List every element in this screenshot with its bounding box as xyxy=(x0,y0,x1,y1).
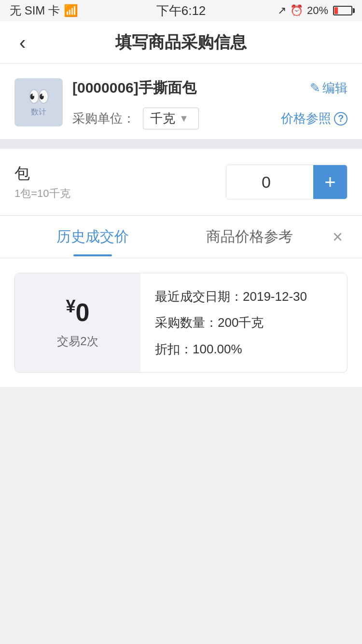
quantity-row: 包 1包=10千克 + xyxy=(0,149,362,215)
battery-fill xyxy=(334,7,338,14)
product-info: [0000006]手撕面包 ✎ 编辑 采购单位： 千克 ▼ 价格参照 ? xyxy=(72,78,348,129)
history-discount-row: 折扣：100.00% xyxy=(155,340,333,358)
product-logo: 👀 数计 xyxy=(14,78,63,126)
edit-icon: ✎ xyxy=(310,81,320,96)
product-name: [0000006]手撕面包 xyxy=(72,78,196,98)
edit-button[interactable]: ✎ 编辑 xyxy=(310,80,348,97)
bottom-panel: 历史成交价 商品价格参考 × ¥0 交易2次 最近成交日期：2019-12-30… xyxy=(0,215,362,387)
quantity-input-group: + xyxy=(226,165,348,199)
history-qty-row: 采购数量：200千克 xyxy=(155,314,333,331)
logo-text: 数计 xyxy=(31,107,46,117)
purchase-unit-left: 采购单位： 千克 ▼ xyxy=(72,108,199,129)
history-content: ¥0 交易2次 最近成交日期：2019-12-30 采购数量：200千克 折扣：… xyxy=(0,258,362,387)
alarm-icon: ⏰ xyxy=(290,4,303,17)
date-value: 2019-12-30 xyxy=(243,289,307,304)
history-price: ¥0 xyxy=(66,296,90,327)
history-card-left: ¥0 交易2次 xyxy=(15,273,140,372)
product-name-row: [0000006]手撕面包 ✎ 编辑 xyxy=(72,78,348,98)
tab-active-underline xyxy=(73,254,112,256)
purchase-unit-row: 采购单位： 千克 ▼ 价格参照 ? xyxy=(72,108,348,129)
qty-unit-label: 包 xyxy=(14,163,70,184)
date-label: 最近成交日期： xyxy=(155,289,243,304)
status-right: ↗ ⏰ 20% xyxy=(278,4,352,17)
tab-price-ref[interactable]: 商品价格参考 xyxy=(171,217,327,256)
price-ref-label: 价格参照 xyxy=(281,110,331,127)
page-title: 填写商品采购信息 xyxy=(115,31,247,54)
quantity-plus-button[interactable]: + xyxy=(313,165,347,199)
logo-eyes: 👀 xyxy=(28,88,50,105)
tab-history[interactable]: 历史成交价 xyxy=(14,217,171,256)
unit-label: 采购单位： xyxy=(72,110,135,127)
tab-history-label: 历史成交价 xyxy=(56,228,129,244)
close-panel-button[interactable]: × xyxy=(328,224,348,251)
status-left: 无 SIM 卡 📶 xyxy=(10,3,78,18)
battery-icon xyxy=(333,6,352,15)
history-card-right: 最近成交日期：2019-12-30 采购数量：200千克 折扣：100.00% xyxy=(140,273,347,372)
qty-conversion: 1包=10千克 xyxy=(14,186,70,201)
product-id: [0000006] xyxy=(72,80,139,96)
quantity-input[interactable] xyxy=(226,165,313,199)
tab-bar: 历史成交价 商品价格参考 × xyxy=(0,216,362,258)
section-divider xyxy=(0,139,362,149)
history-card: ¥0 交易2次 最近成交日期：2019-12-30 采购数量：200千克 折扣：… xyxy=(14,273,348,373)
edit-label: 编辑 xyxy=(322,80,348,97)
trade-count: 交易2次 xyxy=(57,334,98,349)
back-button[interactable]: ‹ xyxy=(14,28,30,57)
wifi-icon: 📶 xyxy=(64,4,78,17)
price-symbol: ¥ xyxy=(66,296,76,316)
discount-label: 折扣： xyxy=(155,342,193,356)
price-value: 0 xyxy=(76,298,90,326)
location-icon: ↗ xyxy=(278,4,286,17)
tab-price-ref-label: 商品价格参考 xyxy=(206,228,293,244)
history-date-row: 最近成交日期：2019-12-30 xyxy=(155,288,333,305)
quantity-left: 包 1包=10千克 xyxy=(14,163,70,201)
unit-value: 千克 xyxy=(150,110,175,127)
price-ref-icon: ? xyxy=(334,112,348,126)
qty-label: 采购数量： xyxy=(155,315,218,330)
nav-bar: ‹ 填写商品采购信息 xyxy=(0,21,362,64)
sim-status: 无 SIM 卡 xyxy=(10,3,60,18)
qty-value: 200千克 xyxy=(218,315,264,330)
price-ref-button[interactable]: 价格参照 ? xyxy=(281,110,348,127)
product-card: 👀 数计 [0000006]手撕面包 ✎ 编辑 采购单位： 千克 ▼ 价格参照 xyxy=(0,64,362,139)
product-title: 手撕面包 xyxy=(139,80,196,96)
unit-selector[interactable]: 千克 ▼ xyxy=(143,108,199,129)
discount-value: 100.00% xyxy=(193,342,242,356)
status-bar: 无 SIM 卡 📶 下午6:12 ↗ ⏰ 20% xyxy=(0,0,362,21)
unit-selector-arrow: ▼ xyxy=(179,113,189,124)
battery-percent: 20% xyxy=(307,4,328,17)
status-time: 下午6:12 xyxy=(156,2,206,19)
